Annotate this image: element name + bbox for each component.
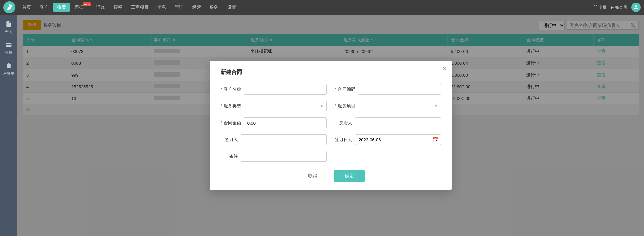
field-remark: 备注	[220, 151, 327, 162]
field-contract-no: 合同编码	[335, 84, 441, 95]
new-contract-modal: 新建合同 × 客户名称 合同编码 服务类型	[210, 61, 452, 190]
form-row-3: 合同金额 负责人	[220, 117, 441, 128]
service-type-select[interactable]	[244, 101, 327, 111]
nav-settings[interactable]: 设置	[223, 3, 240, 12]
sidebar-item-contract[interactable]: 合同	[1, 17, 17, 37]
topnav-right: ⛶ 全屏 ▶ 畅会员	[593, 3, 641, 12]
nav-bookkeeping[interactable]: 记账	[92, 3, 109, 12]
nav-invoice[interactable]: 票据new	[71, 3, 91, 12]
form-row-4: 签订人 签订日期 📅	[220, 134, 441, 145]
svg-rect-1	[6, 43, 12, 47]
confirm-button[interactable]: 确定	[334, 170, 365, 182]
contract-amount-label: 合同金额	[220, 120, 241, 126]
customer-name-input[interactable]	[244, 84, 327, 95]
nav-billing[interactable]: 收费	[53, 3, 70, 12]
responsible-person-label: 负责人	[335, 120, 352, 126]
sidebar-label-statement: 对账单	[3, 71, 14, 76]
nav-operations[interactable]: 经营	[188, 3, 205, 12]
member-button[interactable]: ▶ 畅会员	[611, 5, 627, 10]
new-badge: new	[83, 2, 91, 6]
svg-point-0	[635, 5, 637, 7]
modal-title: 新建合同	[220, 69, 441, 76]
form-row-1: 客户名称 合同编码	[220, 84, 441, 95]
nav-items: 首页 客户 收费 票据new 记账 报税 工商项目 消息 管理 经营 服务 设置	[18, 3, 593, 12]
statement-icon	[5, 62, 13, 70]
remark-input[interactable]	[241, 151, 327, 162]
fullscreen-button[interactable]: ⛶ 全屏	[593, 5, 607, 10]
remark-label: 备注	[220, 153, 238, 159]
nav-tax[interactable]: 报税	[110, 3, 126, 12]
service-item-select[interactable]	[358, 101, 441, 111]
sidebar-item-payment[interactable]: 收费	[1, 38, 17, 58]
main-layout: 合同 收费 对账单 新增 服务项目 进行中 已完成 已终止	[0, 15, 644, 236]
sign-date-wrap: 📅	[355, 134, 441, 145]
nav-client[interactable]: 客户	[36, 3, 52, 12]
field-sign-date: 签订日期 📅	[335, 134, 441, 145]
member-icon: ▶	[611, 5, 614, 10]
content-area: 新增 服务项目 进行中 已完成 已终止 🔍 序号 合同编码⇅	[17, 15, 644, 236]
sidebar-item-statement[interactable]: 对账单	[1, 59, 17, 79]
topnav: 首页 客户 收费 票据new 记账 报税 工商项目 消息 管理 经营 服务 设置…	[0, 0, 644, 15]
service-item-label: 服务项目	[335, 103, 355, 109]
cancel-button[interactable]: 取消	[297, 170, 328, 182]
nav-management[interactable]: 管理	[171, 3, 188, 12]
nav-service[interactable]: 服务	[206, 3, 223, 12]
field-responsible-person: 负责人	[335, 117, 441, 128]
field-customer-name: 客户名称	[220, 84, 327, 95]
field-signer: 签订人	[220, 134, 327, 145]
calendar-icon[interactable]: 📅	[433, 137, 438, 142]
sidebar-label-contract: 合同	[5, 29, 12, 34]
contract-no-input[interactable]	[358, 84, 441, 95]
signer-label: 签订人	[220, 137, 238, 143]
modal-close-button[interactable]: ×	[443, 65, 446, 73]
sidebar-label-payment: 收费	[5, 50, 12, 55]
sign-date-label: 签订日期	[335, 137, 352, 143]
logo[interactable]	[3, 1, 15, 13]
member-label: 畅会员	[615, 5, 627, 10]
avatar[interactable]	[631, 3, 641, 12]
responsible-person-input[interactable]	[355, 117, 441, 128]
modal-footer: 取消 确定	[220, 170, 441, 182]
contract-amount-input[interactable]	[244, 117, 327, 128]
fullscreen-label: 全屏	[599, 5, 607, 10]
service-type-label: 服务类型	[220, 103, 241, 109]
field-service-type: 服务类型	[220, 101, 327, 111]
modal-overlay: 新建合同 × 客户名称 合同编码 服务类型	[17, 15, 644, 236]
form-row-5: 备注	[220, 151, 441, 162]
nav-home[interactable]: 首页	[18, 3, 35, 12]
field-service-item: 服务项目	[335, 101, 441, 111]
field-contract-amount: 合同金额	[220, 117, 327, 128]
customer-name-label: 客户名称	[220, 86, 241, 92]
service-type-select-wrap	[244, 101, 327, 111]
nav-commerce[interactable]: 工商项目	[127, 3, 153, 12]
contract-icon	[5, 20, 13, 28]
payment-icon	[5, 41, 13, 49]
contract-no-label: 合同编码	[335, 86, 355, 92]
nav-messages[interactable]: 消息	[153, 3, 170, 12]
sidebar: 合同 收费 对账单	[0, 15, 17, 236]
service-item-select-wrap	[358, 101, 441, 111]
form-row-2: 服务类型 服务项目	[220, 101, 441, 111]
fullscreen-icon: ⛶	[593, 5, 597, 10]
signer-input[interactable]	[241, 134, 327, 145]
sign-date-input[interactable]	[355, 134, 441, 145]
